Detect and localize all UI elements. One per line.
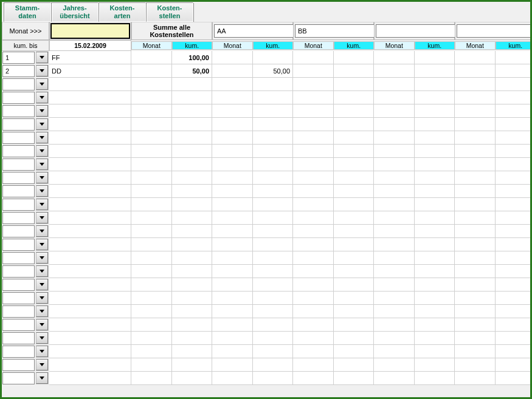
cell-monat[interactable] xyxy=(455,158,496,171)
cell-kum[interactable] xyxy=(334,131,375,145)
cell-kum[interactable] xyxy=(172,292,213,305)
cell-kum[interactable] xyxy=(334,78,375,91)
cell-monat[interactable] xyxy=(212,64,253,78)
cell-kum[interactable]: 50,00 xyxy=(253,64,294,78)
cell-kum[interactable] xyxy=(334,64,375,78)
row-index[interactable] xyxy=(2,159,35,171)
cell-kum[interactable] xyxy=(415,225,455,238)
cell-kum[interactable] xyxy=(334,292,375,305)
row-index[interactable] xyxy=(2,145,35,157)
cell-monat[interactable] xyxy=(131,225,172,238)
cell-kum[interactable]: 100,00 xyxy=(172,51,213,64)
cell-monat[interactable] xyxy=(455,91,496,104)
cell-kum[interactable] xyxy=(172,345,213,358)
cell-monat[interactable] xyxy=(212,91,253,104)
row-index[interactable] xyxy=(2,118,35,131)
row-index[interactable] xyxy=(2,372,35,384)
cell-kum[interactable] xyxy=(496,211,531,225)
cell-kum[interactable] xyxy=(253,305,294,318)
cell-kum[interactable] xyxy=(253,358,294,372)
cell-kum[interactable] xyxy=(172,158,213,171)
cell-kum[interactable] xyxy=(415,104,455,118)
cell-monat[interactable] xyxy=(212,332,253,345)
cell-monat[interactable] xyxy=(212,251,253,265)
cell-monat[interactable] xyxy=(455,305,496,318)
row-name[interactable] xyxy=(49,278,131,292)
cell-kum[interactable] xyxy=(172,238,213,251)
cell-monat[interactable] xyxy=(293,78,334,91)
cell-kum[interactable] xyxy=(415,145,455,158)
cell-monat[interactable] xyxy=(374,104,415,118)
cell-monat[interactable] xyxy=(212,305,253,318)
cell-kum[interactable] xyxy=(496,131,531,145)
cell-kum[interactable] xyxy=(253,318,294,332)
cell-monat[interactable] xyxy=(455,78,496,91)
kostenstelle-combo-2-input[interactable] xyxy=(295,25,384,37)
cell-monat[interactable] xyxy=(131,238,172,251)
row-index[interactable] xyxy=(2,199,35,211)
cell-kum[interactable] xyxy=(253,51,294,64)
cell-kum[interactable] xyxy=(334,198,375,211)
row-index[interactable]: 1 xyxy=(2,52,35,64)
jahresuebersicht-button[interactable]: Jahres- übersicht xyxy=(51,2,98,22)
cell-monat[interactable] xyxy=(131,104,172,118)
cell-kum[interactable] xyxy=(496,265,531,278)
chevron-down-icon[interactable] xyxy=(36,132,48,143)
cell-monat[interactable] xyxy=(131,372,172,385)
cell-monat[interactable] xyxy=(131,278,172,292)
chevron-down-icon[interactable] xyxy=(36,212,48,223)
cell-monat[interactable] xyxy=(293,251,334,265)
cell-kum[interactable] xyxy=(253,104,294,118)
row-index[interactable] xyxy=(2,78,35,90)
row-name[interactable] xyxy=(49,251,131,265)
cell-kum[interactable] xyxy=(496,118,531,131)
cell-kum[interactable] xyxy=(496,171,531,185)
cell-monat[interactable] xyxy=(374,265,415,278)
cell-kum[interactable] xyxy=(172,171,213,185)
cell-monat[interactable] xyxy=(293,211,334,225)
cell-kum[interactable] xyxy=(334,91,375,104)
stammdaten-button[interactable]: Stamm- daten xyxy=(4,2,51,22)
cell-monat[interactable] xyxy=(293,104,334,118)
cell-kum[interactable] xyxy=(334,238,375,251)
chevron-down-icon[interactable] xyxy=(36,65,48,77)
cell-kum[interactable] xyxy=(415,158,455,171)
cell-kum[interactable] xyxy=(253,278,294,292)
cell-kum[interactable] xyxy=(253,185,294,198)
cell-monat[interactable] xyxy=(212,238,253,251)
cell-kum[interactable] xyxy=(415,372,455,385)
cell-kum[interactable] xyxy=(334,332,375,345)
row-index[interactable] xyxy=(2,265,35,278)
chevron-down-icon[interactable] xyxy=(36,332,48,344)
cell-monat[interactable] xyxy=(131,251,172,265)
chevron-down-icon[interactable] xyxy=(36,279,48,290)
cell-monat[interactable] xyxy=(212,318,253,332)
cell-kum[interactable] xyxy=(334,51,375,64)
cell-monat[interactable] xyxy=(131,345,172,358)
chevron-down-icon[interactable] xyxy=(36,118,48,130)
cell-kum[interactable] xyxy=(496,51,531,64)
cell-monat[interactable] xyxy=(212,131,253,145)
cell-kum[interactable] xyxy=(415,238,455,251)
row-index[interactable] xyxy=(2,332,35,344)
cell-kum[interactable] xyxy=(172,131,213,145)
row-name[interactable] xyxy=(49,238,131,251)
chevron-down-icon[interactable] xyxy=(36,159,48,170)
kostenstelle-combo-4-input[interactable] xyxy=(457,25,532,37)
row-index[interactable] xyxy=(2,105,35,117)
cell-kum[interactable] xyxy=(172,78,213,91)
row-name[interactable] xyxy=(49,131,131,145)
cell-kum[interactable] xyxy=(496,225,531,238)
row-index[interactable] xyxy=(2,252,35,264)
cell-monat[interactable] xyxy=(131,198,172,211)
row-index[interactable] xyxy=(2,346,35,358)
cell-kum[interactable] xyxy=(172,332,213,345)
chevron-down-icon[interactable] xyxy=(36,359,48,370)
cell-monat[interactable] xyxy=(212,345,253,358)
cell-kum[interactable] xyxy=(334,145,375,158)
cell-kum[interactable] xyxy=(415,131,455,145)
cell-kum[interactable] xyxy=(415,278,455,292)
cell-kum[interactable] xyxy=(496,158,531,171)
cell-monat[interactable] xyxy=(212,78,253,91)
row-index[interactable] xyxy=(2,225,35,237)
